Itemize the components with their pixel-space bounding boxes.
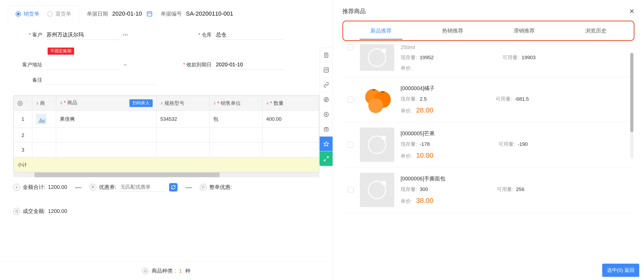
ellipsis-icon[interactable]: ••• [123, 33, 128, 37]
col-qty[interactable]: ▲▼* 数量 [262, 96, 319, 111]
product-list: 250ml 现存量:19952 可用量:19903 单价: [0000004]橘… [342, 44, 634, 250]
product-name: [0000006]手撕面包 [401, 175, 632, 182]
horizontal-scrollbar[interactable] [13, 172, 319, 177]
product-row: 250ml 现存量:19952 可用量:19903 单价: [342, 44, 634, 77]
payment-icon[interactable] [320, 122, 333, 137]
customer-label: * 客户 [13, 31, 42, 38]
recommend-tabs-highlight: 新品推荐 热销推荐 滞销推荐 浏览历史 [342, 21, 634, 41]
tab-sales-label: 销货单 [24, 10, 39, 17]
due-input[interactable] [215, 60, 284, 69]
stock-value: -178 [420, 141, 430, 147]
form-area: * 客户 ••• * 仓库 不固定账期 客户地址 [0, 22, 333, 93]
cell-unit[interactable]: 包 [210, 111, 262, 128]
recommend-tabs: 新品推荐 热销推荐 滞销推荐 浏览历史 [345, 22, 632, 39]
tab-return-label: 退货单 [55, 10, 71, 17]
product-thumb [360, 82, 394, 117]
product-row: [0000004]橘子 现存量:2.5 可用量:-681.5 单价: 28.00 [342, 77, 634, 122]
refresh-icon[interactable] [169, 183, 178, 192]
price-value: 28.00 [416, 106, 433, 114]
price-value: 38.00 [416, 197, 433, 204]
radio-icon [16, 11, 21, 17]
doc-number: 单据编号 SA-20200110-001 [161, 10, 233, 17]
doc-num-label: 单据编号 [161, 10, 182, 17]
total-amount: ¥ 金额合计: 1200.00 [13, 184, 67, 191]
product-name: [0000005]芒果 [401, 130, 632, 137]
addr-input[interactable] [46, 60, 120, 69]
cell-qty[interactable]: 400.00 [262, 111, 319, 128]
variety-icon: 品 [142, 268, 148, 274]
customer-input[interactable] [46, 30, 120, 40]
addr-label: 客户地址 [13, 61, 42, 68]
doc-date: 单据日期 2020-01-10 [87, 10, 153, 17]
svg-point-4 [20, 102, 21, 104]
link-icon[interactable] [320, 77, 333, 92]
close-icon[interactable]: ✕ [629, 8, 634, 15]
checkbox[interactable] [348, 187, 353, 193]
radio-icon [47, 11, 53, 17]
notes-icon[interactable] [320, 48, 333, 63]
cell-idx: 1 [14, 111, 32, 128]
receipt-icon[interactable] [320, 107, 333, 122]
warehouse-input[interactable] [215, 30, 284, 40]
panel-title: 推荐商品 [342, 7, 366, 15]
product-row: [0000006]手撕面包 现存量:300 可用量:256 单价: 38.00 [342, 167, 634, 213]
cell-name[interactable]: 果倍爽 [56, 111, 157, 128]
svg-marker-16 [324, 141, 328, 146]
discount-icon: 折 [200, 184, 207, 191]
variety-label: 商品种类 : [152, 267, 176, 274]
transfer-icon[interactable] [320, 92, 333, 107]
chevron-down-icon[interactable] [123, 62, 128, 67]
calendar-icon[interactable] [146, 11, 153, 17]
tab-hot[interactable]: 热销推荐 [417, 22, 489, 39]
remark-input[interactable] [46, 75, 157, 85]
checkbox[interactable] [348, 142, 353, 148]
table-row[interactable]: 3 [14, 143, 319, 157]
variety-suffix: 种 [185, 267, 191, 274]
order-type-tabs: 销货单 退货单 [8, 5, 79, 22]
col-img[interactable]: ▲▼商 [32, 96, 56, 111]
items-table-wrap: ▲▼商 ▲▼* 商品 扫码录入 ▲▼规格型号 ▲▼* 销售单位 ▲▼* 数量 1… [13, 95, 319, 172]
order-discount: 折 整单优惠: [200, 184, 232, 191]
star-icon[interactable] [320, 137, 333, 151]
cell-spec[interactable]: 534532 [157, 111, 210, 128]
col-unit[interactable]: ▲▼* 销售单位 [210, 96, 262, 111]
minus-icon: — [185, 184, 192, 191]
deal-icon: 成 [13, 208, 20, 215]
product-thumb [360, 173, 394, 207]
table-row[interactable]: 1 果倍爽 534532 包 400.00 [14, 111, 319, 128]
tab-slow[interactable]: 滞销推荐 [488, 22, 560, 39]
table-row[interactable]: 2 [14, 128, 319, 143]
tab-new[interactable]: 新品推荐 [345, 22, 417, 39]
checkbox[interactable] [348, 97, 353, 102]
col-name[interactable]: ▲▼* 商品 扫码录入 [56, 96, 157, 111]
vertical-scrollbar[interactable] [630, 53, 633, 158]
tab-sales[interactable]: 销货单 [16, 10, 39, 17]
product-thumb [360, 128, 394, 162]
cell-thumb [32, 111, 56, 128]
tab-history[interactable]: 浏览历史 [560, 22, 632, 39]
expand-icon[interactable] [320, 151, 333, 166]
footer: 品 商品种类 : 1 种 [0, 262, 333, 280]
col-spec[interactable]: ▲▼规格型号 [157, 96, 210, 111]
doc-num-value: SA-20200110-001 [186, 10, 233, 17]
checkbox[interactable] [348, 44, 353, 50]
coupon-icon: 券 [89, 184, 96, 191]
product-name: [0000004]橘子 [401, 85, 632, 92]
minus-icon: — [75, 184, 81, 191]
coupon: 券 优惠券: [89, 183, 178, 192]
tab-return[interactable]: 退货单 [47, 10, 71, 17]
svg-point-21 [368, 98, 383, 113]
remark-label: 备注 [13, 77, 42, 83]
credit-badge: 不固定账期 [48, 48, 74, 55]
panel-header: 推荐商品 ✕ [333, 0, 644, 21]
svg-point-22 [372, 89, 375, 91]
coupon-input[interactable] [119, 183, 166, 192]
chart-icon[interactable] [320, 63, 333, 77]
select-return-button[interactable]: 选中(0) 返回 [602, 264, 640, 277]
yen-icon: ¥ [13, 184, 20, 191]
doc-date-value[interactable]: 2020-01-10 [112, 10, 142, 17]
variety-value: 1 [179, 268, 182, 274]
scan-button[interactable]: 扫码录入 [129, 99, 153, 107]
gear-icon[interactable] [17, 101, 28, 106]
stock-value: 19952 [420, 55, 434, 60]
